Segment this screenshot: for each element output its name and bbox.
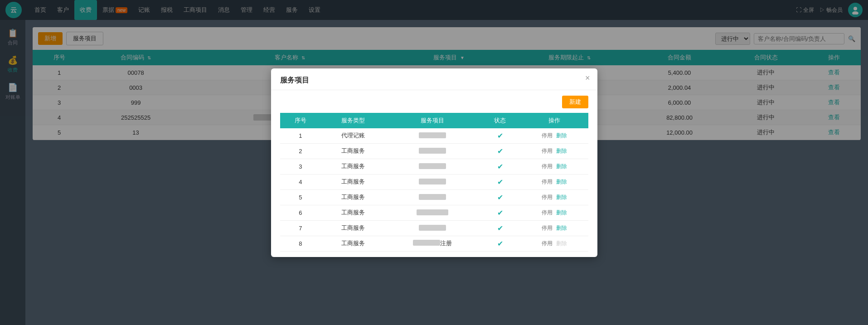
modal-table-row: 3 工商服务 ✔ 停用 删除 — [280, 159, 588, 174]
stop-button[interactable]: 停用 — [542, 132, 553, 139]
stop-button[interactable]: 停用 — [542, 209, 553, 216]
delete-button[interactable]: 删除 — [556, 132, 567, 139]
modal-title: 服务项目 — [271, 68, 597, 90]
status-check-icon: ✔ — [497, 147, 503, 155]
stop-button[interactable]: 停用 — [542, 163, 553, 170]
delete-button[interactable]: 删除 — [556, 225, 567, 231]
status-check-icon: ✔ — [497, 194, 503, 201]
modal-scroll-area[interactable]: 序号 服务类型 服务项目 状态 操作 1 代理记账 1 ✔ — [280, 113, 588, 252]
delete-button[interactable]: 删除 — [556, 209, 567, 216]
modal-new-button[interactable]: 新建 — [562, 96, 588, 108]
delete-button[interactable]: 删除 — [556, 194, 567, 200]
status-check-icon: ✔ — [497, 163, 503, 170]
modal-table-row: 6 工商服务 ✔ 停用 删除 — [280, 205, 588, 220]
modal-col-seq: 序号 — [280, 113, 321, 128]
modal-table-row: 7 工商服务 ✔ 停用 删除 — [280, 220, 588, 236]
modal-overlay: 服务项目 × 新建 序号 服务类型 服务项目 状态 操作 — [0, 0, 868, 325]
delete-button[interactable]: 删除 — [556, 240, 567, 247]
modal-table-row: 2 工商服务 ✔ 停用 删除 — [280, 143, 588, 159]
delete-button[interactable]: 删除 — [556, 179, 567, 185]
modal-toolbar: 新建 — [280, 96, 588, 108]
modal-table-row: 4 工商服务 ✔ 停用 删除 — [280, 174, 588, 189]
modal-table-row: 1 代理记账 1 ✔ 停用 删除 — [280, 128, 588, 144]
stop-button[interactable]: 停用 — [542, 179, 553, 185]
modal-col-type: 服务类型 — [321, 113, 385, 128]
modal-table-row: 8 工商服务 注册 ✔ 停用 删除 — [280, 236, 588, 251]
status-check-icon: ✔ — [497, 240, 503, 247]
delete-button[interactable]: 删除 — [556, 163, 567, 170]
status-check-icon: ✔ — [497, 178, 503, 186]
service-item-table: 序号 服务类型 服务项目 状态 操作 1 代理记账 1 ✔ — [280, 113, 588, 252]
modal-close-button[interactable]: × — [585, 74, 590, 82]
modal-col-action: 操作 — [521, 113, 588, 128]
modal-table-row: 5 工商服务 ✔ 停用 删除 — [280, 189, 588, 205]
status-check-icon: ✔ — [497, 209, 503, 217]
service-item-modal: 服务项目 × 新建 序号 服务类型 服务项目 状态 操作 — [271, 68, 597, 257]
stop-button[interactable]: 停用 — [542, 240, 553, 247]
status-check-icon: ✔ — [497, 224, 503, 232]
stop-button[interactable]: 停用 — [542, 148, 553, 154]
modal-body: 新建 序号 服务类型 服务项目 状态 操作 — [271, 90, 597, 257]
stop-button[interactable]: 停用 — [542, 194, 553, 200]
stop-button[interactable]: 停用 — [542, 225, 553, 231]
modal-col-item: 服务项目 — [385, 113, 480, 128]
status-check-icon: ✔ — [497, 132, 503, 140]
modal-col-status: 状态 — [480, 113, 521, 128]
delete-button[interactable]: 删除 — [556, 148, 567, 154]
